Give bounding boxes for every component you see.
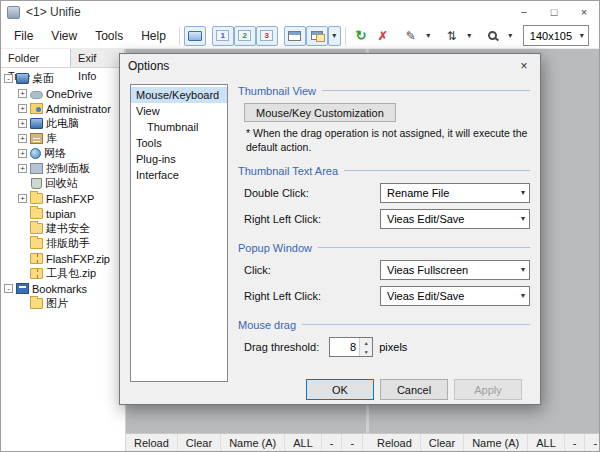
drag-default-note: * When the drag operation is not assigne… [246, 127, 534, 154]
menu-toolbar-row: File View Tools Help 1 2 3 ▾ ↻ ✗ ✎ ▾ ⇅ ▾… [1, 23, 599, 49]
popup-click-select[interactable]: Vieas Fullscreen ▾ [380, 260, 530, 280]
menu-file[interactable]: File [5, 24, 42, 48]
status-cell[interactable]: - [585, 434, 599, 451]
app-window: <1> Unifie − □ × File View Tools Help 1 … [0, 0, 600, 452]
reload-button[interactable]: Reload [126, 434, 178, 451]
menu-help[interactable]: Help [132, 24, 175, 48]
zoom-button[interactable] [482, 26, 504, 46]
mouse-key-customization-button[interactable]: Mouse/Key Customization [244, 103, 396, 122]
apply-button[interactable]: Apply [454, 379, 522, 400]
tree-item-paiban[interactable]: 排版助手 [18, 236, 125, 251]
expand-icon[interactable]: + [18, 119, 27, 128]
collapse-icon[interactable]: - [4, 74, 13, 83]
filter-button[interactable]: ALL [528, 434, 565, 451]
collapse-icon[interactable]: - [4, 284, 13, 293]
section-thumbnail-text-area: Thumbnail Text Area [238, 164, 530, 177]
expand-icon[interactable]: + [18, 149, 27, 158]
edit-dropdown-button[interactable]: ▾ [422, 26, 435, 46]
spin-up-icon[interactable]: ▲ [360, 338, 372, 347]
refresh-button[interactable]: ↻ [350, 26, 372, 46]
delete-button[interactable]: ✗ [372, 26, 394, 46]
menu-view[interactable]: View [42, 24, 86, 48]
sidebar: Folder Tree Exif Info -桌面 +OneDrive +Adm… [1, 49, 126, 451]
close-button[interactable]: × [569, 1, 599, 23]
expand-icon[interactable]: + [18, 164, 27, 173]
drag-threshold-spinner[interactable]: 8 ▲ ▼ [329, 337, 373, 357]
popup-view-button[interactable] [306, 26, 328, 46]
section-mouse-drag: Mouse drag [238, 318, 530, 331]
nav-item-view[interactable]: View [131, 103, 227, 119]
tab-folder-tree[interactable]: Folder Tree [1, 49, 71, 67]
status-cell[interactable]: - [342, 434, 363, 451]
expand-icon[interactable]: + [18, 194, 27, 203]
menu-tools[interactable]: Tools [86, 24, 132, 48]
tree-item-bookmarks[interactable]: -Bookmarks [4, 281, 125, 296]
edit-button[interactable]: ✎ [400, 26, 422, 46]
pen-icon: ✎ [406, 30, 416, 42]
clear-button[interactable]: Clear [178, 434, 221, 451]
tree-item-control-panel[interactable]: +控制面板 [18, 161, 125, 176]
single-view-button[interactable] [184, 26, 206, 46]
tree-item-pictures[interactable]: 图片 [18, 296, 125, 311]
tree-item-jianshu[interactable]: 建书安全 [18, 221, 125, 236]
tab-exif-info[interactable]: Exif Info [71, 49, 125, 67]
sort-dropdown-button[interactable]: ▾ [463, 26, 476, 46]
sort-button[interactable]: ⇅ [441, 26, 463, 46]
dialog-close-button[interactable]: × [508, 54, 540, 78]
tree-item-onedrive[interactable]: +OneDrive [18, 86, 125, 101]
chevron-down-icon: ▾ [521, 292, 525, 300]
nav-item-mouse-keyboard[interactable]: Mouse/Keyboard [131, 87, 227, 103]
popup-window-button[interactable] [284, 26, 306, 46]
tree-item-desktop[interactable]: -桌面 [4, 71, 125, 86]
left-pane-statusbar: Reload Clear Name (A) ALL - - [126, 434, 369, 451]
ok-button[interactable]: OK [306, 379, 374, 400]
expand-icon[interactable]: + [18, 134, 27, 143]
folder-icon [30, 298, 43, 309]
tree-item-network[interactable]: +网络 [18, 146, 125, 161]
chevron-down-icon: ▾ [508, 32, 512, 40]
network-icon [30, 148, 41, 159]
status-cell[interactable]: - [322, 434, 343, 451]
popup-dropdown-button[interactable]: ▾ [328, 26, 341, 46]
filter-button[interactable]: ALL [285, 434, 322, 451]
tree-item-recycle-bin[interactable]: 回收站 [18, 176, 125, 191]
refresh-icon: ↻ [355, 29, 366, 42]
maximize-button[interactable]: □ [539, 1, 569, 23]
layout-1-button[interactable]: 1 [212, 26, 234, 46]
tree-item-flashfxp-zip[interactable]: FlashFXP.zip [18, 251, 125, 266]
tree-item-libraries[interactable]: +库 [18, 131, 125, 146]
zoom-dropdown-button[interactable]: ▾ [504, 26, 517, 46]
layout-3-button[interactable]: 3 [256, 26, 278, 46]
monitor-icon [188, 31, 202, 41]
toolbar-separator [179, 27, 180, 45]
expand-icon[interactable]: + [18, 104, 27, 113]
nav-item-interface[interactable]: Interface [131, 167, 227, 183]
sort-mode-button[interactable]: Name (A) [221, 434, 285, 451]
sort-mode-button[interactable]: Name (A) [464, 434, 528, 451]
drag-threshold-value: 8 [330, 338, 359, 356]
expand-icon[interactable]: + [18, 89, 27, 98]
tree-item-this-pc[interactable]: +此电脑 [18, 116, 125, 131]
reload-button[interactable]: Reload [369, 434, 421, 451]
tree-item-toolkit-zip[interactable]: 工具包.zip [18, 266, 125, 281]
spin-down-icon[interactable]: ▼ [360, 347, 372, 356]
right-left-click-select[interactable]: Vieas Edit/Save ▾ [380, 209, 530, 229]
nav-item-plugins[interactable]: Plug-ins [131, 151, 227, 167]
status-cell[interactable]: - [565, 434, 586, 451]
double-click-select[interactable]: Rename File ▾ [380, 183, 530, 203]
tree-item-flashfxp[interactable]: +FlashFXP [18, 191, 125, 206]
tree-item-administrator[interactable]: +Administrator [18, 101, 125, 116]
thumbnail-size-select[interactable]: 140x105 ▾ [523, 25, 589, 46]
nav-item-tools[interactable]: Tools [131, 135, 227, 151]
layout-2-button[interactable]: 2 [234, 26, 256, 46]
tree-item-label: Bookmarks [32, 283, 87, 295]
minimize-button[interactable]: − [509, 1, 539, 23]
clear-button[interactable]: Clear [421, 434, 464, 451]
popup-right-left-click-select[interactable]: Vieas Edit/Save ▾ [380, 286, 530, 306]
desktop-icon [16, 73, 29, 84]
section-header-label: Mouse drag [238, 319, 296, 331]
cancel-button[interactable]: Cancel [380, 379, 448, 400]
section-thumbnail-view: Thumbnail View [238, 84, 530, 97]
tree-item-tupian[interactable]: tupian [18, 206, 125, 221]
nav-item-thumbnail[interactable]: Thumbnail [131, 119, 227, 135]
